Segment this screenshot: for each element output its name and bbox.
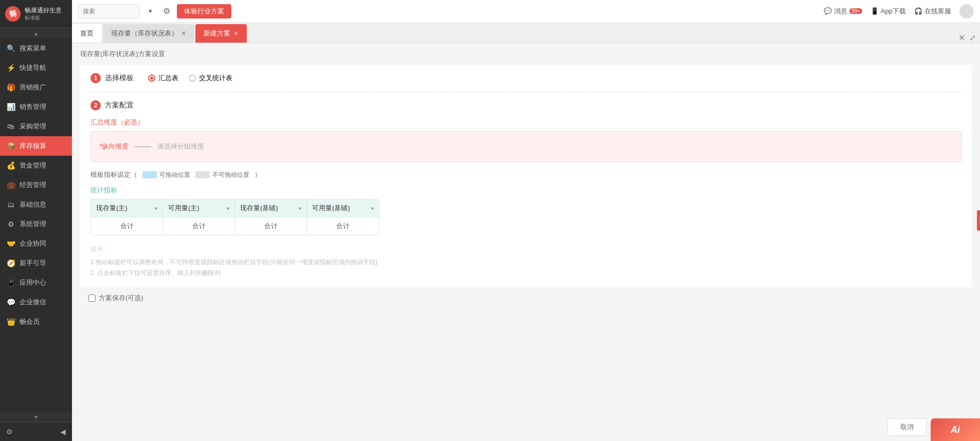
non-draggable-toggle[interactable]: 不可拖动位置 (195, 171, 249, 179)
draggable-label: 可拖动位置 (159, 171, 190, 179)
radio-summary[interactable]: 汇总表 (148, 74, 178, 83)
logo-icon: 畅 (5, 6, 21, 22)
main-area: ▾ ⚙ 体验行业方案 💬 消息 99+ 📱 App下载 🎧 在线客服 首页 (72, 0, 980, 441)
search-dropdown-icon[interactable]: ▾ (144, 5, 156, 17)
required-dimension-area: *纵向维度 —— 请选择分组维度 (90, 131, 961, 162)
stat-table-header: 现存量(主) ▾ 可用量(主) ▾ 现存量(基辅) ▾ 可用量(基辅) (91, 199, 379, 217)
guide-icon: 🧭 (6, 259, 15, 268)
sidebar-item-basicinfo[interactable]: 🗂 基础信息 (0, 195, 72, 214)
sidebar-item-collab[interactable]: 🤝 企业协同 (0, 234, 72, 253)
step2-header: 2 方案配置 (90, 100, 961, 111)
settings-icon: ⚙ (6, 219, 15, 229)
content-area: 现存量(库存状况表)方案设置 1 选择模板 汇总表 交叉统计表 (72, 43, 980, 413)
tips-item-2: 2. 点击标题栏下拉可设置排序、插入列和删除列 (90, 268, 961, 279)
summary-dimension-label: 汇总维度（必选） (90, 118, 961, 127)
stat-cell-1: 合计 (91, 217, 163, 235)
stat-col-2-header[interactable]: 可用量(主) ▾ (163, 199, 235, 217)
sidebar-item-search[interactable]: 🔍 搜索菜单 (0, 39, 72, 58)
tips-section: 提示： 1.拖动标题栏可以调整布局，不可跨维度或指标区域拖动栏目字段(只能在同一… (90, 244, 961, 279)
collapse-icon[interactable]: ◀ (60, 428, 66, 436)
indicator-settings-label: 模板指标设定（ 可拖动位置 不可拖动位置 ） (90, 170, 961, 179)
app-download-btn[interactable]: 📱 App下载 (870, 7, 906, 16)
dimension-separator: —— (135, 142, 151, 151)
col4-chevron-icon: ▾ (371, 206, 374, 211)
cancel-button[interactable]: 取消 (887, 418, 927, 436)
bag-icon: 🛍 (6, 122, 15, 131)
sidebar-item-system[interactable]: ⚙ 系统管理 (0, 214, 72, 234)
search-input[interactable] (78, 4, 140, 19)
dimension-row: *纵向维度 —— 请选择分组维度 (99, 142, 953, 151)
step1-badge: 1 (90, 73, 101, 83)
sidebar-item-apps[interactable]: 📱 应用中心 (0, 273, 72, 292)
topbar-right: 💬 消息 99+ 📱 App下载 🎧 在线客服 (824, 4, 974, 19)
tab-actions: ✕ ⤢ (958, 33, 980, 43)
sidebar-item-quicknav[interactable]: ⚡ 快捷导航 (0, 58, 72, 78)
topbar-gear-icon[interactable]: ⚙ (160, 5, 173, 17)
stat-col-1-header[interactable]: 现存量(主) ▾ (91, 199, 163, 217)
expand-icon[interactable]: ⤢ (969, 33, 976, 43)
ai-button[interactable]: Ai (931, 418, 980, 441)
sidebar-bottom: ⚙ ◀ (0, 422, 72, 441)
radio-summary-circle (148, 75, 155, 82)
info-icon: 🗂 (6, 200, 15, 209)
tab-new-plan[interactable]: 新建方案 ✕ (195, 24, 247, 43)
non-draggable-toggle-box (195, 171, 210, 178)
settings-card: 1 选择模板 汇总表 交叉统计表 2 方案配置 (80, 65, 972, 287)
sidebar-scroll-down[interactable]: ▼ (0, 412, 72, 422)
radio-summary-label: 汇总表 (158, 74, 178, 83)
user-avatar[interactable] (959, 4, 974, 19)
sidebar-item-purchase[interactable]: 🛍 采购管理 (0, 117, 72, 136)
apps-icon: 📱 (6, 278, 15, 287)
online-service-btn[interactable]: 🎧 在线客服 (914, 7, 951, 16)
tab-new-plan-close[interactable]: ✕ (233, 30, 239, 37)
chart-icon: 📊 (6, 102, 15, 112)
save-checkbox[interactable] (88, 295, 96, 302)
page-title: 现存量(库存状况表)方案设置 (80, 49, 972, 59)
sidebar-item-operation[interactable]: 💼 经营管理 (0, 175, 72, 195)
step-divider (90, 91, 961, 92)
sidebar-nav: 🔍 搜索菜单 ⚡ 快捷导航 🎁 营销推广 📊 销售管理 🛍 采购管理 📦 库存核… (0, 39, 72, 412)
tab-inventory[interactable]: 现存量（库存状况表） ✕ (103, 24, 194, 43)
statistics-section: 统计指标 现存量(主) ▾ 可用量(主) ▾ 现存量(基辅) (90, 186, 961, 235)
right-drag-handle[interactable] (977, 210, 980, 231)
step1-title: 选择模板 (105, 74, 134, 83)
save-label: 方案保存(可选) (99, 293, 143, 303)
dimension-placeholder[interactable]: 请选择分组维度 (157, 142, 204, 151)
non-draggable-label: 不可拖动位置 (212, 171, 249, 179)
radio-crosstab[interactable]: 交叉统计表 (189, 74, 232, 83)
stat-col-4-header[interactable]: 可用量(基辅) ▾ (307, 199, 379, 217)
experience-btn[interactable]: 体验行业方案 (177, 4, 231, 19)
action-bar: 取消 查询 (72, 413, 980, 441)
wechat-icon: 💬 (6, 298, 15, 307)
template-radio-group: 汇总表 交叉统计表 (148, 74, 232, 83)
sidebar-item-finance[interactable]: 💰 资金管理 (0, 156, 72, 175)
stat-col-3-header[interactable]: 现存量(基辅) ▾ (235, 199, 307, 217)
close-window-icon[interactable]: ✕ (958, 33, 965, 43)
sidebar-item-wechat[interactable]: 💬 企业微信 (0, 292, 72, 312)
stat-cell-3: 合计 (235, 217, 307, 235)
col3-chevron-icon: ▾ (299, 206, 301, 211)
dimension-required-label: *纵向维度 (99, 142, 129, 151)
box-icon: 📦 (6, 141, 15, 151)
stat-cell-4: 合计 (307, 217, 379, 235)
sidebar-item-marketing[interactable]: 🎁 营销推广 (0, 78, 72, 97)
sidebar: 畅 畅康通好生意 标准版 ▲ 🔍 搜索菜单 ⚡ 快捷导航 🎁 营销推广 📊 销售… (0, 0, 72, 441)
draggable-toggle[interactable]: 可拖动位置 (142, 171, 190, 179)
tab-inventory-close[interactable]: ✕ (181, 30, 186, 37)
tab-home[interactable]: 首页 (72, 24, 102, 43)
indicator-settings: 模板指标设定（ 可拖动位置 不可拖动位置 ） (90, 170, 961, 179)
step2-badge: 2 (90, 100, 101, 111)
headset-icon: 🎧 (914, 7, 922, 15)
gear-icon[interactable]: ⚙ (6, 428, 13, 436)
message-btn[interactable]: 💬 消息 99+ (824, 7, 862, 16)
stat-table: 现存量(主) ▾ 可用量(主) ▾ 现存量(基辅) ▾ 可用量(基辅) (90, 199, 379, 235)
sidebar-item-member[interactable]: 👑 畅会员 (0, 312, 72, 332)
stat-cell-2: 合计 (163, 217, 235, 235)
money-icon: 💰 (6, 161, 15, 170)
stat-table-row-1: 合计 合计 合计 合计 (91, 217, 379, 235)
sidebar-item-guide[interactable]: 🧭 新手引导 (0, 253, 72, 273)
save-row: 方案保存(可选) (80, 287, 972, 309)
sidebar-item-sales[interactable]: 📊 销售管理 (0, 97, 72, 117)
sidebar-scroll-up[interactable]: ▲ (0, 28, 72, 39)
sidebar-item-inventory[interactable]: 📦 库存核算 (0, 136, 72, 156)
